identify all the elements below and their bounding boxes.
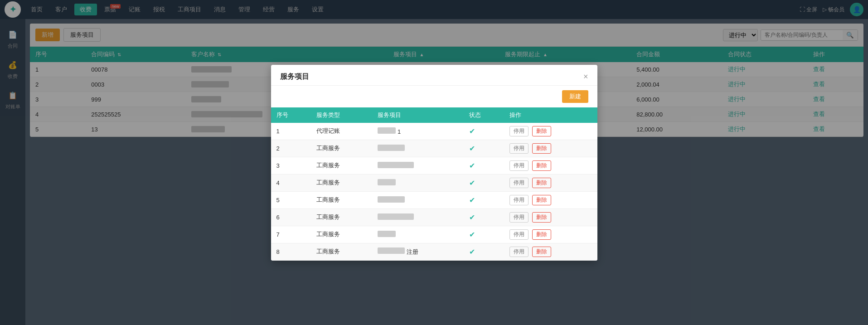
modal-cell-item: 1 xyxy=(372,123,464,140)
modal-cell-actions: 停用 删除 xyxy=(504,209,597,226)
modal-cell-item xyxy=(372,140,464,157)
modal-cell-type: 工商服务 xyxy=(311,140,372,157)
stop-button[interactable]: 停用 xyxy=(509,212,529,223)
modal-new-button[interactable]: 新建 xyxy=(562,90,588,103)
modal-cell-num: 4 xyxy=(271,174,311,191)
modal-cell-type: 工商服务 xyxy=(311,209,372,226)
modal-overlay[interactable]: 服务项目 × 新建 序号 服务类型 服务项目 状态 操作 1 代理记账 xyxy=(0,0,868,325)
modal-table-row: 6 工商服务 ✔ 停用 删除 xyxy=(271,209,597,226)
stop-button[interactable]: 停用 xyxy=(509,178,529,188)
stop-button[interactable]: 停用 xyxy=(509,247,529,257)
modal-table-row: 3 工商服务 ✔ 停用 删除 xyxy=(271,157,597,174)
status-check-icon: ✔ xyxy=(469,162,475,170)
modal-cell-actions: 停用 删除 xyxy=(504,191,597,209)
modal-toolbar: 新建 xyxy=(271,86,597,107)
modal-table-row: 2 工商服务 ✔ 停用 删除 xyxy=(271,140,597,157)
modal-table-header: 序号 服务类型 服务项目 状态 操作 xyxy=(271,107,597,123)
modal-cell-num: 7 xyxy=(271,226,311,243)
modal-cell-actions: 停用 删除 xyxy=(504,226,597,243)
modal-cell-actions: 停用 删除 xyxy=(504,243,597,260)
modal-cell-item xyxy=(372,191,464,209)
modal-cell-actions: 停用 删除 xyxy=(504,140,597,157)
stop-button[interactable]: 停用 xyxy=(509,143,529,154)
modal-cell-num: 5 xyxy=(271,191,311,209)
status-check-icon: ✔ xyxy=(469,145,475,152)
status-check-icon: ✔ xyxy=(469,213,475,221)
modal-cell-status: ✔ xyxy=(464,209,504,226)
modal-table-row: 5 工商服务 ✔ 停用 删除 xyxy=(271,191,597,209)
modal-cell-item xyxy=(372,157,464,174)
delete-button[interactable]: 删除 xyxy=(532,126,551,136)
status-check-icon: ✔ xyxy=(469,179,475,187)
modal-col-action: 操作 xyxy=(504,107,597,123)
modal-cell-num: 8 xyxy=(271,243,311,260)
stop-button[interactable]: 停用 xyxy=(509,160,529,171)
modal-cell-status: ✔ xyxy=(464,191,504,209)
modal-cell-status: ✔ xyxy=(464,226,504,243)
modal-cell-num: 6 xyxy=(271,209,311,226)
delete-button[interactable]: 删除 xyxy=(532,195,551,205)
modal-table-row: 4 工商服务 ✔ 停用 删除 xyxy=(271,174,597,191)
modal-cell-type: 工商服务 xyxy=(311,174,372,191)
modal-cell-actions: 停用 删除 xyxy=(504,123,597,140)
modal-cell-actions: 停用 删除 xyxy=(504,174,597,191)
modal-header: 服务项目 × xyxy=(271,65,597,86)
modal-cell-type: 工商服务 xyxy=(311,157,372,174)
modal-cell-status: ✔ xyxy=(464,243,504,260)
modal-cell-item xyxy=(372,209,464,226)
delete-button[interactable]: 删除 xyxy=(532,247,551,257)
modal-col-status: 状态 xyxy=(464,107,504,123)
modal-cell-item: 注册 xyxy=(372,243,464,260)
service-modal: 服务项目 × 新建 序号 服务类型 服务项目 状态 操作 1 代理记账 xyxy=(271,65,597,261)
modal-cell-num: 1 xyxy=(271,123,311,140)
modal-table-row: 8 工商服务 注册 ✔ 停用 删除 xyxy=(271,243,597,260)
modal-col-num: 序号 xyxy=(271,107,311,123)
modal-cell-type: 代理记账 xyxy=(311,123,372,140)
status-check-icon: ✔ xyxy=(469,127,475,135)
modal-cell-status: ✔ xyxy=(464,123,504,140)
stop-button[interactable]: 停用 xyxy=(509,126,529,136)
modal-col-item: 服务项目 xyxy=(372,107,464,123)
modal-cell-num: 3 xyxy=(271,157,311,174)
delete-button[interactable]: 删除 xyxy=(532,160,551,171)
delete-button[interactable]: 删除 xyxy=(532,212,551,223)
modal-cell-type: 工商服务 xyxy=(311,191,372,209)
status-check-icon: ✔ xyxy=(469,248,475,256)
modal-cell-type: 工商服务 xyxy=(311,226,372,243)
modal-cell-status: ✔ xyxy=(464,174,504,191)
delete-button[interactable]: 删除 xyxy=(532,229,551,240)
modal-close-button[interactable]: × xyxy=(583,73,588,81)
modal-cell-num: 2 xyxy=(271,140,311,157)
modal-body: 序号 服务类型 服务项目 状态 操作 1 代理记账 1 ✔ 停用 删除 2 工 xyxy=(271,107,597,261)
status-check-icon: ✔ xyxy=(469,231,475,238)
delete-button[interactable]: 删除 xyxy=(532,178,551,188)
stop-button[interactable]: 停用 xyxy=(509,195,529,205)
modal-cell-item xyxy=(372,174,464,191)
modal-cell-status: ✔ xyxy=(464,157,504,174)
stop-button[interactable]: 停用 xyxy=(509,229,529,240)
modal-table-row: 7 工商服务 ✔ 停用 删除 xyxy=(271,226,597,243)
delete-button[interactable]: 删除 xyxy=(532,143,551,154)
modal-cell-status: ✔ xyxy=(464,140,504,157)
service-table: 序号 服务类型 服务项目 状态 操作 1 代理记账 1 ✔ 停用 删除 2 工 xyxy=(271,107,597,261)
modal-cell-type: 工商服务 xyxy=(311,243,372,260)
modal-title: 服务项目 xyxy=(280,72,309,82)
modal-cell-item xyxy=(372,226,464,243)
modal-table-row: 1 代理记账 1 ✔ 停用 删除 xyxy=(271,123,597,140)
status-check-icon: ✔ xyxy=(469,196,475,204)
modal-col-type: 服务类型 xyxy=(311,107,372,123)
modal-cell-actions: 停用 删除 xyxy=(504,157,597,174)
